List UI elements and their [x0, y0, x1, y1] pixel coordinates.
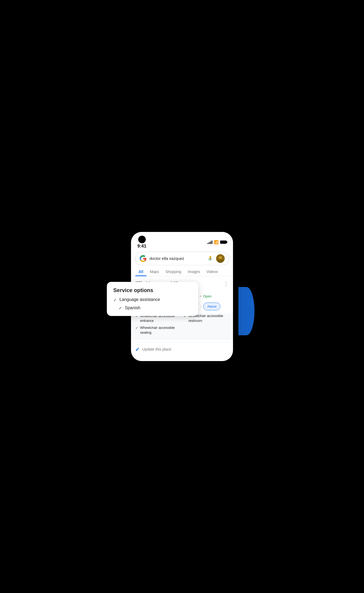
bottom-safe-area — [131, 356, 233, 361]
access-label-3: Wheelchair accessible seating — [140, 325, 180, 335]
tab-all[interactable]: All — [135, 267, 147, 276]
tab-videos[interactable]: Videos — [203, 267, 221, 276]
edit-icon — [135, 347, 140, 351]
check-icon-3: ✓ — [135, 326, 139, 330]
search-area: doctor ella vazquez — [131, 250, 233, 265]
scene: 9:41 📶 — [112, 183, 252, 411]
svg-point-1 — [219, 256, 222, 259]
mic-icon[interactable] — [207, 255, 213, 262]
chip-about[interactable]: About — [203, 303, 220, 310]
language-assistance-label: Language assistance — [119, 297, 160, 302]
tooltip-title: Service options — [113, 287, 192, 293]
signal-icon — [208, 240, 212, 244]
tab-images[interactable]: Images — [184, 267, 203, 276]
tooltip-sub-item-spanish: ✓ Spanish — [113, 305, 192, 311]
open-status: Open — [203, 294, 212, 298]
spanish-label: Spanish — [125, 305, 140, 310]
update-text: Update this place — [142, 347, 171, 351]
search-bar[interactable]: doctor ella vazquez — [135, 252, 229, 265]
avatar[interactable] — [216, 254, 225, 263]
status-icons: 📶 — [208, 240, 227, 244]
divider — [135, 342, 229, 342]
status-time: 9:41 — [137, 244, 146, 249]
tab-maps[interactable]: Maps — [147, 267, 162, 276]
search-query-text[interactable]: doctor ella vazquez — [150, 256, 204, 261]
camera-notch — [138, 236, 146, 243]
accessibility-section: ✓ Wheelchair accessible entrance ✓ Wheel… — [131, 314, 233, 340]
update-row[interactable]: Update this place — [131, 344, 233, 356]
check-icon-language: ✓ — [113, 297, 117, 303]
check-icon-spanish: ✓ — [119, 305, 122, 311]
wifi-icon: 📶 — [214, 240, 219, 244]
more-options-icon[interactable]: ⋮ — [223, 281, 229, 287]
access-item-3: ✓ Wheelchair accessible seating — [135, 325, 180, 335]
search-tabs: All Maps Shopping Images Videos — [131, 265, 233, 276]
status-bar: 9:41 📶 — [131, 232, 233, 250]
tooltip-card: Service options ✓ Language assistance ✓ … — [107, 282, 198, 316]
tab-shopping[interactable]: Shopping — [162, 267, 184, 276]
tooltip-item-language: ✓ Language assistance — [113, 297, 192, 303]
blue-arc-decoration — [238, 287, 254, 335]
battery-icon — [220, 241, 227, 244]
accessibility-grid: ✓ Wheelchair accessible entrance ✓ Wheel… — [135, 314, 229, 335]
google-logo — [139, 255, 147, 262]
